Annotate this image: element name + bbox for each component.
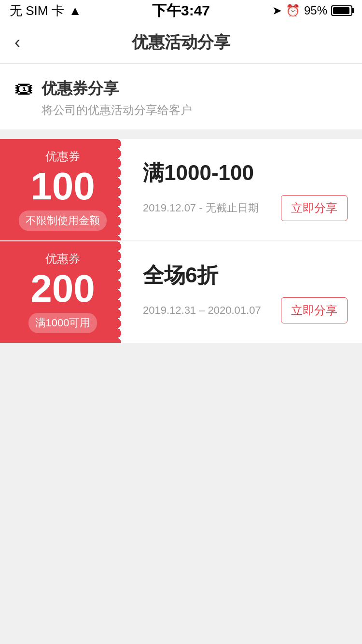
section-header: 🎟 优惠券分享 将公司的优惠活动分享给客户	[0, 64, 362, 129]
alarm-icon: ⏰	[286, 4, 300, 17]
location-icon: ➤	[272, 4, 282, 17]
battery-percent: 95%	[304, 4, 327, 17]
coupon-date-0: 2019.12.07 - 无截止日期	[143, 201, 259, 215]
back-button[interactable]: ‹	[14, 32, 20, 53]
status-bar: 无 SIM 卡 ▲ 下午3:47 ➤ ⏰ 95%	[0, 0, 362, 21]
coupon-card: 优惠券 200 满1000可用 全场6折 2019.12.31 – 2020.0…	[0, 241, 362, 343]
coupon-meta-0: 2019.12.07 - 无截止日期 立即分享	[143, 195, 348, 221]
page-title: 优惠活动分享	[132, 31, 230, 54]
wifi-icon: ▲	[69, 3, 82, 18]
coupon-amount-0: 100	[30, 167, 95, 206]
status-time: 下午3:47	[152, 1, 210, 21]
coupon-list: 优惠券 100 不限制使用金额 满1000-100 2019.12.07 - 无…	[0, 129, 362, 352]
coupon-amount-1: 200	[30, 269, 95, 308]
coupon-meta-1: 2019.12.31 – 2020.01.07 立即分享	[143, 297, 348, 323]
battery-icon	[331, 5, 352, 16]
coupon-right-0: 满1000-100 2019.12.07 - 无截止日期 立即分享	[125, 139, 362, 240]
coupon-label-0: 优惠券	[45, 149, 80, 164]
section-title: 优惠券分享	[42, 78, 192, 99]
status-left: 无 SIM 卡 ▲	[10, 2, 81, 19]
bottom-area	[0, 352, 362, 594]
coupon-condition-0: 不限制使用金额	[19, 210, 107, 231]
battery-fill	[333, 7, 349, 14]
coupon-left-1: 优惠券 200 满1000可用	[0, 241, 125, 343]
carrier-text: 无 SIM 卡	[10, 2, 64, 19]
coupon-name-1: 全场6折	[143, 261, 348, 290]
coupon-right-1: 全场6折 2019.12.31 – 2020.01.07 立即分享	[125, 241, 362, 343]
coupon-card: 优惠券 100 不限制使用金额 满1000-100 2019.12.07 - 无…	[0, 139, 362, 240]
coupon-condition-1: 满1000可用	[28, 313, 97, 333]
status-right: ➤ ⏰ 95%	[272, 4, 352, 17]
coupon-name-0: 满1000-100	[143, 159, 348, 187]
nav-bar: ‹ 优惠活动分享	[0, 21, 362, 64]
share-button-1[interactable]: 立即分享	[281, 297, 348, 323]
coupon-section-icon: 🎟	[14, 78, 34, 98]
section-text-group: 优惠券分享 将公司的优惠活动分享给客户	[42, 78, 192, 118]
coupon-left-0: 优惠券 100 不限制使用金额	[0, 139, 125, 240]
coupon-label-1: 优惠券	[45, 251, 80, 266]
section-subtitle: 将公司的优惠活动分享给客户	[42, 102, 192, 118]
share-button-0[interactable]: 立即分享	[281, 195, 348, 221]
coupon-date-1: 2019.12.31 – 2020.01.07	[143, 304, 261, 317]
